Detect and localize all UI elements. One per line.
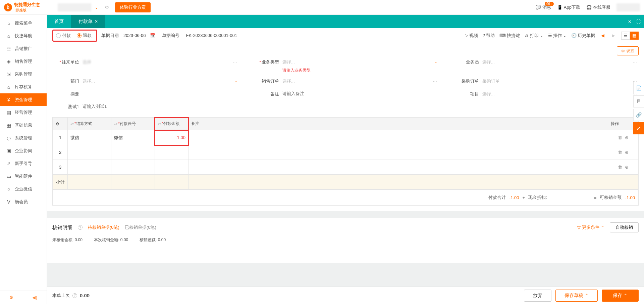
sidebar-item-basic-info[interactable]: ▦基础信息 — [0, 119, 47, 132]
cell-account[interactable] — [111, 160, 155, 175]
th-remark[interactable]: 备注 — [189, 118, 608, 130]
tab-home[interactable]: 首页 — [47, 15, 71, 28]
sidebar-item-sales[interactable]: ◈销售管理 — [0, 55, 47, 68]
cell-method[interactable] — [68, 160, 111, 175]
user-avatar-blur[interactable] — [616, 3, 640, 11]
cell-remark[interactable] — [189, 130, 608, 145]
form-settings-button[interactable]: ⚙设置 — [617, 46, 639, 55]
sales-order-select[interactable]: 选择... ⋯ — [282, 77, 439, 86]
cell-method[interactable] — [68, 145, 111, 160]
discard-button[interactable]: 放弃 — [524, 290, 551, 302]
sidebar-item-business[interactable]: ▤经营管理 — [0, 106, 47, 119]
remark-input[interactable] — [282, 89, 439, 98]
chevron-up-icon: ⌃ — [601, 225, 604, 230]
messages-link[interactable]: 💬 消息 99+ — [536, 4, 551, 10]
view-detail-icon[interactable]: ▦ — [630, 32, 639, 40]
tab-fullscreen-icon[interactable]: ⛶ — [636, 19, 641, 24]
settings-gear-icon[interactable]: ⚙ — [105, 5, 109, 10]
business-type-select[interactable]: 选择... ⌄ 请输入业务类型 — [282, 57, 439, 73]
sidebar-item-system[interactable]: ◌系统管理 — [0, 132, 47, 144]
rail-doc-icon[interactable]: 🖹 — [633, 95, 644, 107]
project-select[interactable]: 选择... ⋯ — [482, 89, 639, 99]
search-icon: ⌕ — [6, 20, 11, 26]
rail-note-icon[interactable]: 📄 — [633, 82, 644, 94]
sidebar-collapse-icon[interactable]: ◀) — [32, 295, 37, 300]
cell-amount[interactable] — [155, 145, 189, 160]
delete-row-icon[interactable]: 🗑 — [618, 135, 622, 140]
pending-verify-tab[interactable]: 待核销单据(0笔) — [88, 224, 119, 230]
rail-link-icon[interactable]: 🔗 — [633, 109, 644, 121]
shortcut-link[interactable]: ⌨ 快捷键 — [499, 33, 520, 39]
org-chevron-down-icon[interactable]: ⌄ — [95, 5, 98, 10]
cell-method[interactable]: 微信 — [68, 130, 111, 145]
radio-refund[interactable]: 退款 — [74, 32, 94, 39]
save-draft-button[interactable]: 保存草稿⌃ — [555, 290, 598, 302]
sidebar-item-wecom[interactable]: ○企业微信 — [0, 183, 47, 196]
help-link[interactable]: ? 帮助 — [483, 33, 495, 39]
cash-discount-input[interactable] — [550, 195, 591, 200]
auto-verify-button[interactable]: 自动核销 — [610, 222, 639, 232]
sidebar-item-finance[interactable]: ¥资金管理 — [0, 93, 47, 106]
cell-remark[interactable] — [189, 145, 608, 160]
sidebar-item-member[interactable]: V畅会员 — [0, 196, 47, 208]
cell-remark[interactable] — [189, 160, 608, 175]
gear-icon: ⚙ — [621, 49, 625, 53]
radio-payment[interactable]: 付款 — [53, 32, 73, 39]
guide-icon: ↗ — [6, 161, 11, 166]
history-link[interactable]: 🕘 历史单据 — [571, 33, 595, 39]
th-payment-account[interactable]: ▴▾*付款账号 — [111, 118, 155, 130]
cell-amount[interactable]: -1.00 — [155, 130, 189, 145]
prev-doc-icon[interactable]: ◀ — [600, 33, 606, 38]
sidebar-item-smart-hardware[interactable]: ▭智能硬件 — [0, 170, 47, 183]
video-link[interactable]: ▷ 视频 — [465, 33, 478, 39]
clerk-select[interactable]: 选择... ⋯ — [482, 57, 639, 67]
th-payment-amount[interactable]: ▴▾*付款金额 — [155, 118, 189, 130]
sidebar-settings-icon[interactable]: ⚙ — [9, 295, 13, 300]
logo: b 畅捷通好生意 标准版 — [4, 2, 51, 13]
more-conditions-button[interactable]: ▽ 更多条件 ⌃ — [577, 224, 604, 230]
operate-dropdown[interactable]: ☰ 操作 ⌄ — [548, 33, 567, 39]
save-button[interactable]: 保存⌃ — [602, 290, 639, 302]
help-icon[interactable]: ? — [78, 225, 83, 230]
print-dropdown[interactable]: 🖨 打印 ⌄ — [525, 33, 543, 39]
add-row-icon[interactable]: ⊕ — [625, 135, 629, 140]
cell-account[interactable]: 微信 — [111, 130, 155, 145]
sidebar-item-inventory[interactable]: ⌂库存核算 — [0, 81, 47, 93]
delete-row-icon[interactable]: 🗑 — [618, 165, 622, 170]
dept-select[interactable]: 选择... ⌄ — [83, 77, 239, 86]
tab-close-all-icon[interactable]: ✕ — [628, 19, 632, 24]
purchase-order-select[interactable]: 采购订单 ⋯ — [482, 77, 639, 86]
help-icon[interactable]: ? — [72, 293, 77, 298]
rail-expand-icon[interactable]: ⤢ — [633, 122, 644, 134]
calendar-icon[interactable]: 📅 — [150, 33, 155, 38]
cell-account[interactable] — [111, 145, 155, 160]
verify-section: 核销明细 ? 待核销单据(0笔) 已核销单据(0笔) ▽ 更多条件 ⌃ 自动核销 — [47, 218, 644, 263]
th-settlement-method[interactable]: ▴▾*结算方式 — [68, 118, 111, 130]
sidebar-item-quick-nav[interactable]: ⌂快捷导航 — [0, 30, 47, 42]
app-download-link[interactable]: 📱 App下载 — [557, 4, 580, 10]
experience-solution-button[interactable]: 体验行业方案 — [115, 2, 151, 12]
cell-ops: 🗑⊕ — [608, 160, 638, 175]
view-list-icon[interactable]: ☰ — [621, 32, 630, 40]
sidebar-item-purchase[interactable]: ⇲采购管理 — [0, 68, 47, 81]
tab-payment-doc[interactable]: 付款单 ✕ — [71, 15, 105, 28]
next-doc-icon[interactable]: ▶ — [610, 33, 616, 38]
th-settings[interactable]: ⚙ — [53, 118, 68, 130]
done-verify-tab[interactable]: 已核销单据(0笔) — [125, 224, 156, 230]
online-service-link[interactable]: 🎧 在线客服 — [586, 4, 610, 10]
sidebar-item-enterprise-collab[interactable]: ▣企业协同 — [0, 144, 47, 157]
cell-amount[interactable] — [155, 160, 189, 175]
sidebar-item-beginner-guide[interactable]: ↗新手引导 — [0, 157, 47, 170]
partner-select[interactable]: 选择 ⋯ — [83, 57, 239, 67]
field-test1: 测试1 — [52, 102, 239, 112]
doc-date-value[interactable]: 2023-06-06 — [123, 33, 146, 38]
field-dept: 部门 选择... ⌄ — [52, 77, 239, 86]
sidebar-item-marketing[interactable]: ☲营销推广 — [0, 42, 47, 55]
delete-row-icon[interactable]: 🗑 — [618, 150, 622, 155]
test1-input[interactable] — [83, 102, 239, 111]
add-row-icon[interactable]: ⊕ — [625, 150, 629, 155]
tab-close-icon[interactable]: ✕ — [95, 19, 98, 24]
sidebar-item-search-menu[interactable]: ⌕搜索菜单 — [0, 17, 47, 30]
add-row-icon[interactable]: ⊕ — [625, 165, 629, 170]
summary-input[interactable] — [83, 89, 239, 98]
